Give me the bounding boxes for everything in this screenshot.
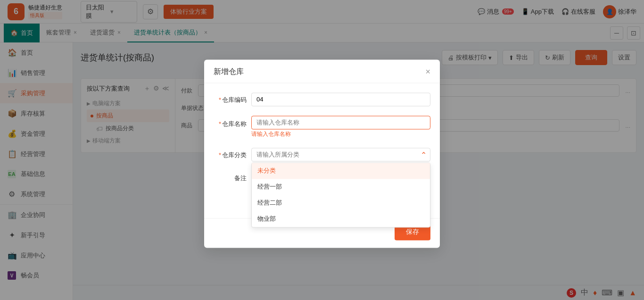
warehouse-category-row: 仓库分类 ⌃ 未分类 经营一部 经营二部 物业部 [214,148,430,161]
add-warehouse-modal: 新增仓库 × 仓库编码 仓库名称 请输入仓库名称 仓库分类 ⌃ 未分类 [204,59,440,248]
warehouse-code-input[interactable] [251,92,430,106]
modal-header: 新增仓库 × [204,59,440,83]
warehouse-category-wrapper: ⌃ 未分类 经营一部 经营二部 物业部 [251,148,430,161]
warehouse-code-row: 仓库编码 [214,92,430,106]
warehouse-name-label: 仓库名称 [214,117,251,128]
modal-body: 仓库编码 仓库名称 请输入仓库名称 仓库分类 ⌃ 未分类 经营一部 经营二部 [204,83,440,218]
dropdown-item-operations-1[interactable]: 经营一部 [252,179,430,195]
warehouse-category-input[interactable] [251,148,430,161]
dropdown-item-unclassified[interactable]: 未分类 [252,163,430,179]
warehouse-name-error: 请输入仓库名称 [214,130,430,138]
warehouse-name-row: 仓库名称 请输入仓库名称 [214,116,430,138]
dropdown-item-operations-2[interactable]: 经营二部 [252,195,430,211]
category-dropdown-toggle[interactable]: ⌃ [421,150,427,159]
modal-close-btn[interactable]: × [425,67,430,77]
modal-title: 新增仓库 [214,67,244,77]
warehouse-category-label: 仓库分类 [214,148,251,159]
warehouse-code-label: 仓库编码 [214,92,251,104]
dropdown-item-property[interactable]: 物业部 [252,211,430,227]
warehouse-name-input[interactable] [251,116,430,129]
category-dropdown-list: 未分类 经营一部 经营二部 物业部 [251,162,430,227]
remark-label: 备注 [214,171,251,183]
